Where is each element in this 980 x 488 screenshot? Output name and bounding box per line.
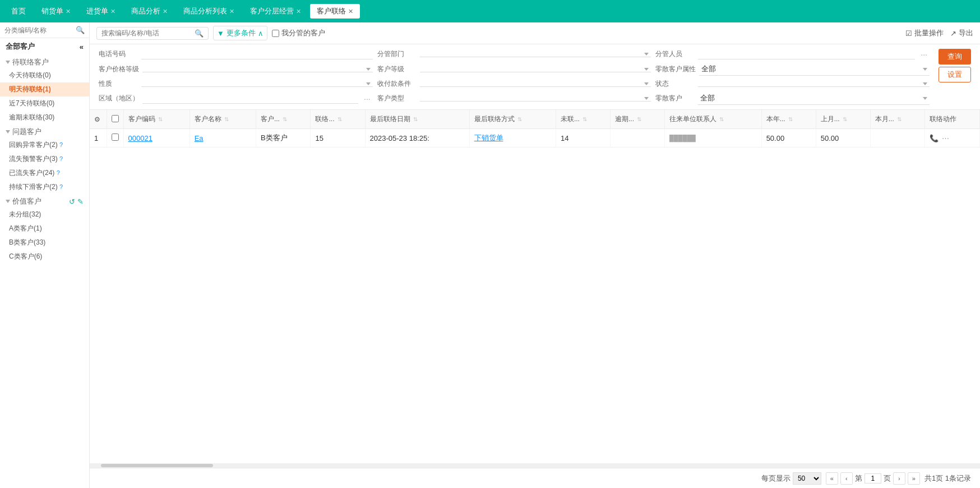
sidebar-group-value[interactable]: 价值客户 ↺ ✎ xyxy=(0,194,89,208)
sidebar-group-pending[interactable]: 待联络客户 xyxy=(0,55,89,68)
row-checkbox[interactable] xyxy=(112,133,119,141)
nav-purchase-close[interactable]: ✕ xyxy=(110,8,115,15)
filter-row-3: 性质 收付款条件 xyxy=(99,79,930,89)
repurchase-info-icon[interactable]: ? xyxy=(59,141,63,148)
sidebar-group-problem[interactable]: 问题客户 xyxy=(0,125,89,138)
filter-scattered-attr-select[interactable]: 全部 xyxy=(699,63,930,76)
col-last-month[interactable]: 上月... ⇅ xyxy=(816,110,870,129)
sidebar-item-7days[interactable]: 近7天待联络(0) xyxy=(0,96,89,111)
filter-status-select[interactable] xyxy=(698,81,930,87)
filter-more-btn[interactable]: ▼ 更多条件 ∧ xyxy=(213,26,267,40)
action-phone-icon[interactable]: 📞 xyxy=(930,134,939,142)
row-action: 📞 ⋯ xyxy=(924,129,979,148)
sidebar-item-lost[interactable]: 已流失客户(24) ? xyxy=(0,166,89,180)
set-button[interactable]: 设置 xyxy=(939,67,971,82)
sidebar-search-input[interactable] xyxy=(4,26,73,34)
table-row: 1 000021 Ea B类客户 15 2023-05-23 18:25: 下销… xyxy=(90,129,980,148)
sidebar-item-b-class[interactable]: B类客户(33) xyxy=(0,236,89,250)
prev-page-btn[interactable]: ‹ xyxy=(840,472,853,485)
filter-payment-select[interactable] xyxy=(420,81,651,87)
sidebar-item-churn-warning[interactable]: 流失预警客户(3) ? xyxy=(0,152,89,166)
action-more-icon[interactable]: ⋯ xyxy=(942,134,949,142)
col-contact-count[interactable]: 联络... ⇅ xyxy=(311,110,365,129)
filter-nature-select[interactable] xyxy=(141,81,373,87)
col-code[interactable]: 客户编码 ⇅ xyxy=(123,110,189,129)
filter-phone-label: 电话号码 xyxy=(99,49,138,59)
filter-customer-level-select[interactable] xyxy=(420,67,651,72)
nav-goods-analysis-list-label: 商品分析列表 xyxy=(183,6,227,16)
select-all-checkbox[interactable] xyxy=(112,115,119,122)
col-name[interactable]: 客户名称 ⇅ xyxy=(189,110,256,129)
first-page-btn[interactable]: « xyxy=(826,472,838,485)
row-last-method[interactable]: 下销货单 xyxy=(469,129,556,148)
nav-customer-contact-close[interactable]: ✕ xyxy=(348,8,353,15)
next-page-btn[interactable]: › xyxy=(893,472,905,485)
nav-goods-analysis-list-close[interactable]: ✕ xyxy=(229,8,234,15)
sidebar-item-today[interactable]: 今天待联络(0) xyxy=(0,68,89,82)
sidebar-all-customers[interactable]: 全部客户 « xyxy=(0,38,89,55)
col-check[interactable] xyxy=(107,110,123,129)
content-area: 🔍 ▼ 更多条件 ∧ 我分管的客户 ☑ 批量操作 ↗ 导出 xyxy=(90,22,980,488)
row-name[interactable]: Ea xyxy=(189,129,256,148)
filter-manager-dots[interactable]: ··· xyxy=(918,50,930,59)
col-last-date[interactable]: 最后联络日期 ⇅ xyxy=(365,110,469,129)
sidebar-item-c-class[interactable]: C类客户(6) xyxy=(0,250,89,264)
nav-purchase[interactable]: 进货单 ✕ xyxy=(80,4,122,19)
horizontal-scrollbar[interactable] xyxy=(90,463,980,468)
col-last-method[interactable]: 最后联络方式 ⇅ xyxy=(469,110,556,129)
export-btn[interactable]: ↗ 导出 xyxy=(950,28,973,38)
sidebar-item-declining[interactable]: 持续下滑客户(2) ? xyxy=(0,180,89,194)
churn-info-icon[interactable]: ? xyxy=(59,155,63,162)
my-customers-checkbox[interactable] xyxy=(272,30,279,37)
all-customers-label: 全部客户 xyxy=(6,42,35,52)
page-size-select[interactable]: 50 100 200 xyxy=(793,472,821,485)
nav-customer-tier[interactable]: 客户分层经营 ✕ xyxy=(243,4,308,19)
nav-customer-tier-label: 客户分层经营 xyxy=(250,6,294,16)
col-this-year[interactable]: 本年... ⇅ xyxy=(761,110,816,129)
filter-scattered-select[interactable]: 全部 xyxy=(698,92,930,105)
sidebar-item-tomorrow[interactable]: 明天待联络(1) xyxy=(0,82,89,96)
filter-manager-input[interactable] xyxy=(698,49,915,59)
declining-info-icon[interactable]: ? xyxy=(59,183,63,190)
value-refresh-icon[interactable]: ↺ xyxy=(69,197,75,206)
col-this-month[interactable]: 本月... ⇅ xyxy=(870,110,924,129)
row-code[interactable]: 000021 xyxy=(123,129,189,148)
value-edit-icon[interactable]: ✎ xyxy=(77,197,84,206)
filter-customer-type-select[interactable] xyxy=(420,96,651,102)
nav-goods-analysis-list[interactable]: 商品分析列表 ✕ xyxy=(177,4,241,19)
col-partner[interactable]: 往来单位联系人 ⇅ xyxy=(665,110,762,129)
sidebar-search-icon[interactable]: 🔍 xyxy=(76,26,85,34)
lost-info-icon[interactable]: ? xyxy=(57,169,60,176)
filter-price-level-select[interactable] xyxy=(142,67,373,72)
filter-manager: 分管人员 ··· xyxy=(655,49,930,59)
pager: « ‹ 第 页 › » xyxy=(826,472,920,485)
filter-more-label: 更多条件 xyxy=(226,28,256,38)
nav-goods-analysis[interactable]: 商品分析 ✕ xyxy=(124,4,174,19)
sidebar-item-a-class[interactable]: A类客户(1) xyxy=(0,222,89,236)
last-page-btn[interactable]: » xyxy=(908,472,920,485)
filter-region-input[interactable] xyxy=(142,93,358,104)
sidebar-item-ungrouped[interactable]: 未分组(32) xyxy=(0,208,89,222)
nav-home[interactable]: 首页 xyxy=(4,4,33,19)
page-input[interactable] xyxy=(865,473,881,484)
nav-sales[interactable]: 销货单 ✕ xyxy=(35,4,77,19)
query-button[interactable]: 查询 xyxy=(939,49,971,65)
batch-ops-btn[interactable]: ☑ 批量操作 xyxy=(905,28,944,38)
nav-goods-analysis-close[interactable]: ✕ xyxy=(163,8,168,15)
search-input[interactable] xyxy=(101,29,192,37)
col-gear[interactable]: ⚙ xyxy=(90,110,107,129)
filter-dept-select[interactable] xyxy=(420,52,651,57)
filter-phone-input[interactable] xyxy=(141,49,373,59)
nav-customer-tier-close[interactable]: ✕ xyxy=(296,8,301,15)
filter-region-dots[interactable]: ··· xyxy=(362,94,373,103)
col-overdue[interactable]: 逾期... ⇅ xyxy=(611,110,665,129)
search-icon[interactable]: 🔍 xyxy=(195,29,204,38)
nav-sales-close[interactable]: ✕ xyxy=(66,8,71,15)
sidebar-item-repurchase-abnormal[interactable]: 回购异常客户(2) ? xyxy=(0,138,89,152)
col-type[interactable]: 客户... ⇅ xyxy=(256,110,311,129)
col-uncontacted[interactable]: 未联... ⇅ xyxy=(556,110,610,129)
nav-customer-contact[interactable]: 客户联络 ✕ xyxy=(310,4,360,19)
my-customers-check[interactable]: 我分管的客户 xyxy=(272,28,325,38)
row-check[interactable] xyxy=(107,129,123,148)
sidebar-item-overdue[interactable]: 逾期未联络(30) xyxy=(0,111,89,125)
